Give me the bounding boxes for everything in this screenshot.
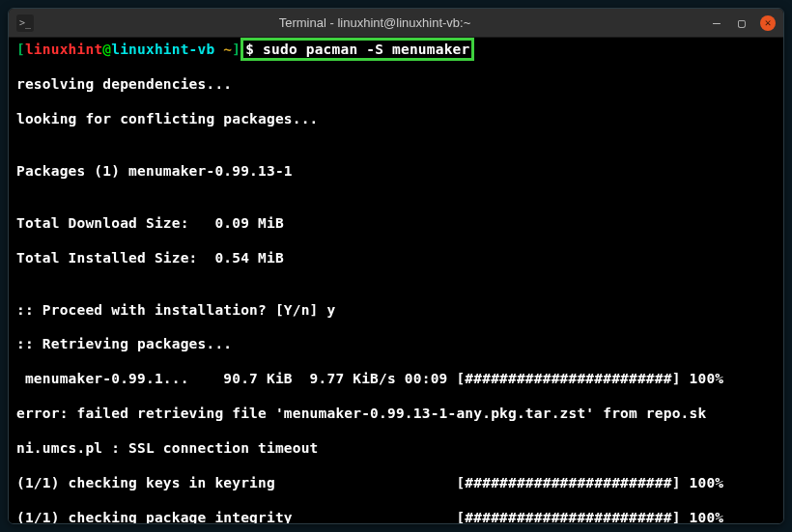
prompt-path: ~ (214, 42, 232, 57)
terminal-output[interactable]: [linuxhint@linuxhint-vb ~]$ sudo pacman … (9, 38, 783, 523)
prompt-bracket-close: ] (232, 42, 240, 57)
prompt-host: linuxhint-vb (111, 42, 214, 57)
output-line: (1/1) checking keys in keyring [########… (16, 475, 776, 492)
maximize-button[interactable]: ▢ (735, 16, 749, 30)
prompt-user: linuxhint (25, 42, 102, 57)
window-title: Terminal - linuxhint@linuxhint-vb:~ (40, 15, 710, 30)
output-line: :: Retrieving packages... (16, 336, 776, 353)
output-line: resolving dependencies... (16, 76, 776, 94)
output-line: Total Download Size: 0.09 MiB (16, 215, 776, 233)
output-line: ni.umcs.pl : SSL connection timeout (16, 440, 776, 458)
command-highlight: $ sudo pacman -S menumaker (240, 38, 474, 61)
output-line: error: failed retrieving file 'menumaker… (16, 406, 776, 423)
terminal-icon: >_ (16, 14, 34, 32)
command-text: sudo pacman -S menumaker (263, 42, 469, 57)
minimize-button[interactable]: — (710, 16, 723, 30)
titlebar: >_ Terminal - linuxhint@linuxhint-vb:~ —… (9, 9, 783, 38)
prompt-dollar: $ (245, 42, 263, 57)
output-line: (1/1) checking package integrity [######… (16, 510, 776, 524)
prompt-at: @ (102, 42, 111, 57)
close-button[interactable]: ✕ (760, 15, 776, 31)
output-line: menumaker-0.99.1... 90.7 KiB 9.77 KiB/s … (16, 371, 776, 388)
output-line: looking for conflicting packages... (16, 111, 776, 128)
output-line: Total Installed Size: 0.54 MiB (16, 250, 776, 267)
output-line: Packages (1) menumaker-0.99.13-1 (16, 163, 776, 181)
output-line: :: Proceed with installation? [Y/n] y (16, 302, 776, 320)
window-controls: — ▢ ✕ (710, 15, 776, 31)
prompt-bracket-open: [ (16, 42, 25, 57)
terminal-window: >_ Terminal - linuxhint@linuxhint-vb:~ —… (8, 8, 784, 524)
